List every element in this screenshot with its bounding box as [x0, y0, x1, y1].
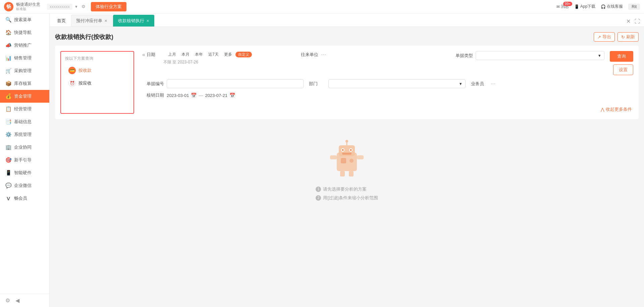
system-icon: ⚙️: [5, 132, 11, 138]
brand-name: 畅捷通好生意: [16, 2, 40, 7]
filter-option-by-collection[interactable]: 💳 按收款: [65, 65, 129, 76]
sidebar-item-search-menu[interactable]: 🔍 搜索菜单: [0, 13, 49, 26]
doc-no-input[interactable]: [167, 79, 304, 88]
more-date-tag[interactable]: 更多: [222, 51, 234, 58]
app-download-button[interactable]: 📱 App下载: [574, 4, 595, 9]
svg-rect-14: [349, 171, 354, 176]
tab-prepay-close[interactable]: ✕: [104, 19, 107, 23]
sidebar-item-marketing[interactable]: 📣 营销推广: [0, 39, 49, 52]
newbie-icon: 🎯: [5, 157, 11, 163]
search-icon: 🔍: [5, 17, 11, 23]
message-button[interactable]: ✉ 消息 99+: [556, 4, 569, 9]
home-icon: 🏠: [5, 30, 11, 36]
svg-point-7: [345, 140, 348, 143]
basic-info-icon: 📑: [5, 119, 11, 125]
left-collapse-button[interactable]: «: [141, 51, 147, 58]
doc-type-select[interactable]: ▾: [476, 51, 604, 60]
date-range-display: 不限 至 2023-07-26: [163, 60, 198, 64]
filter-option-by-receivable[interactable]: ⏰ 按应收: [65, 78, 129, 89]
dept-chevron-icon: ▾: [460, 81, 462, 86]
empty-tip-1: 1 请先选择要分析的方案: [316, 185, 378, 194]
sidebar: 🔍 搜索菜单 🏠 快捷导航 📣 营销推广 📊 销售管理 🛒 采购管理 📦 库存核…: [0, 13, 50, 307]
sidebar-item-operation[interactable]: 📋 经营管理: [0, 103, 49, 115]
tab-prepay[interactable]: 预付冲应付单 ✕: [71, 15, 112, 27]
settings-icon[interactable]: ⚙: [82, 4, 86, 9]
inventory-icon: 📦: [5, 81, 11, 87]
sidebar-item-enterprise[interactable]: 🏢 企业协同: [0, 141, 49, 154]
message-icon: ✉: [556, 4, 560, 9]
topbar-right: ✉ 消息 99+ 📱 App下载 🎧 在线客服 Rit: [556, 4, 640, 10]
export-button[interactable]: ↗ 导出: [594, 32, 615, 42]
start-calendar-icon[interactable]: 📅: [191, 93, 197, 98]
write-off-end-display: 2023-07-21: [205, 93, 227, 98]
sidebar-item-sales[interactable]: 📊 销售管理: [0, 52, 49, 64]
staff-label: 业务员: [471, 81, 488, 87]
wechat-icon: 💬: [5, 183, 11, 189]
filter-settings-button[interactable]: 设置: [613, 64, 633, 75]
dropdown-icon[interactable]: ▾: [75, 4, 77, 9]
tab-collection-close[interactable]: ✕: [146, 19, 149, 23]
online-service-button[interactable]: 🎧 在线客服: [601, 4, 623, 9]
sidebar-item-vip[interactable]: V 畅会员: [0, 192, 49, 205]
export-icon: ↗: [597, 35, 601, 40]
sidebar-item-newbie[interactable]: 🎯 新手引导: [0, 154, 49, 166]
receivable-icon: ⏰: [68, 80, 76, 87]
this-year-tag[interactable]: 本年: [193, 51, 205, 58]
date-quick-tags: 上月 本月 本年 近7天 更多 自定义: [166, 51, 252, 58]
sidebar-item-basic-info[interactable]: 📑 基础信息: [0, 115, 49, 128]
app-logo: 畅: [4, 2, 13, 11]
doc-no-label: 单据编号: [147, 81, 164, 87]
tab-collection[interactable]: 收款核销执行 ✕: [113, 15, 154, 27]
filter-scheme-title: 按以下方案查询: [65, 56, 129, 61]
refresh-icon: ↻: [621, 35, 625, 40]
last-month-tag[interactable]: 上月: [166, 51, 178, 58]
tip-num-2: 2: [316, 195, 321, 201]
custom-date-tag[interactable]: 自定义: [235, 52, 252, 57]
counterparty-dots: ···: [321, 51, 326, 58]
query-button[interactable]: 查询: [610, 51, 633, 62]
marketing-icon: 📣: [5, 42, 11, 48]
counterparty-label: 往来单位: [301, 52, 318, 58]
sidebar-item-system[interactable]: ⚙️ 系统管理: [0, 128, 49, 141]
refresh-button[interactable]: ↻ 刷新: [618, 32, 639, 42]
svg-rect-11: [341, 158, 346, 163]
filter-scheme-panel: 按以下方案查询 💳 按收款 ⏰ 按应收: [60, 51, 134, 114]
last-7days-tag[interactable]: 近7天: [206, 51, 221, 58]
write-off-date-label: 核销日期: [147, 92, 164, 98]
empty-illustration: [327, 139, 367, 180]
sidebar-collapse-icon[interactable]: ◀: [15, 297, 19, 304]
counterparty-filter: 往来单位 ···: [301, 51, 450, 58]
footer-gear-icon[interactable]: ⚙: [5, 297, 10, 304]
tab-maximize-action[interactable]: ⛶: [633, 18, 641, 25]
dept-select[interactable]: ▾: [328, 79, 466, 88]
sidebar-item-smart-hw[interactable]: 📱 智能硬件: [0, 166, 49, 179]
write-off-date-filter: 核销日期 2023-03-01 📅 — 2023-07-21 📅: [147, 92, 304, 98]
svg-point-5: [350, 149, 352, 151]
dept-filter: 部门 ▾: [309, 79, 466, 88]
collapse-more-button[interactable]: ⋀ 收起更多条件: [599, 105, 633, 114]
sidebar-item-wechat[interactable]: 💬 企业微信: [0, 179, 49, 192]
filter-fields: 日期 上月 本月 本年 近7天 更多 自定义: [147, 51, 633, 114]
enterprise-icon: 🏢: [5, 144, 11, 150]
message-badge: 99+: [563, 2, 572, 6]
tab-close-action[interactable]: ✕: [625, 17, 632, 25]
svg-rect-10: [342, 153, 352, 155]
topbar: 畅 畅捷通好生意 标准版 xxxxxxxxxx ▾ ⚙ 体验行业方案 ✉ 消息 …: [0, 0, 644, 13]
service-icon: 🎧: [601, 4, 606, 9]
svg-point-4: [342, 149, 344, 151]
end-calendar-icon[interactable]: 📅: [229, 93, 235, 98]
sidebar-item-capital[interactable]: 💰 资金管理: [0, 90, 49, 103]
sidebar-item-purchase[interactable]: 🛒 采购管理: [0, 64, 49, 77]
sidebar-item-quick-nav[interactable]: 🏠 快捷导航: [0, 26, 49, 39]
date-separator: —: [199, 93, 203, 98]
tab-home[interactable]: 首页: [52, 15, 70, 27]
date-filter-group: 日期 上月 本月 本年 近7天 更多 自定义: [147, 51, 296, 65]
user-profile[interactable]: Rit: [628, 4, 640, 10]
vip-icon: V: [5, 196, 11, 201]
doc-type-label: 单据类型: [455, 53, 473, 59]
solution-button[interactable]: 体验行业方案: [91, 2, 126, 11]
sidebar-item-inventory[interactable]: 📦 库存核算: [0, 77, 49, 90]
page-header: 收款核销执行(按收款) ↗ 导出 ↻ 刷新: [55, 32, 639, 42]
collection-icon: 💳: [68, 67, 76, 74]
this-month-tag[interactable]: 本月: [179, 51, 192, 58]
